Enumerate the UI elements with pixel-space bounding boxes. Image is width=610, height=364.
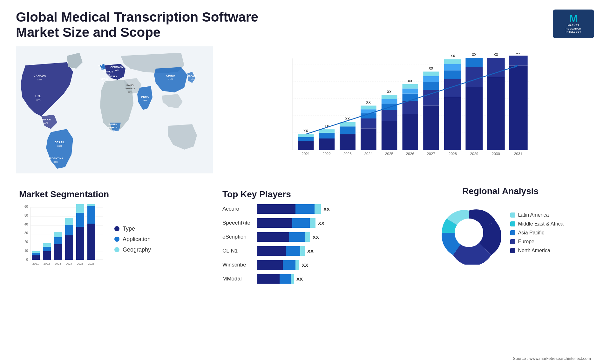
- svg-text:2023: 2023: [55, 262, 61, 265]
- svg-text:JAPAN: JAPAN: [187, 75, 196, 78]
- svg-rect-69: [403, 114, 418, 150]
- svg-rect-47: [319, 129, 335, 133]
- svg-rect-42: [298, 134, 314, 137]
- svg-rect-65: [382, 99, 397, 104]
- player-name-mmodal: MModal: [222, 276, 254, 282]
- svg-text:XX: XX: [516, 53, 521, 55]
- svg-rect-80: [423, 71, 439, 76]
- svg-rect-90: [465, 87, 483, 150]
- player-xx-clin1: XX: [307, 248, 314, 254]
- main-title: Global Medical Transcription Software Ma…: [16, 10, 302, 40]
- svg-text:0: 0: [26, 258, 28, 261]
- logo-text: MARKETRESEARCHINTELLECT: [566, 24, 581, 34]
- svg-text:XX: XX: [387, 90, 392, 94]
- svg-rect-132: [65, 235, 73, 260]
- svg-text:xx%: xx%: [189, 78, 193, 80]
- svg-rect-56: [361, 118, 376, 129]
- bar-chart-area: XX 2021 XX 2022 XX 2023: [219, 46, 594, 180]
- svg-text:INDIA: INDIA: [141, 95, 149, 98]
- svg-rect-41: [298, 137, 314, 142]
- logo-m: M: [569, 14, 578, 24]
- world-map-svg: CANADA xx% U.S. xx% MEXICO xx% BRAZIL xx…: [16, 46, 213, 173]
- svg-rect-122: [32, 251, 40, 253]
- legend-dot-geography: [114, 247, 119, 252]
- svg-text:xx%: xx%: [111, 130, 115, 132]
- svg-rect-136: [76, 227, 84, 260]
- svg-rect-133: [65, 225, 73, 235]
- svg-text:40: 40: [24, 223, 28, 226]
- segmentation-container: Market Segmentation 0 10 20 30 40 50 60: [16, 186, 213, 277]
- svg-text:2030: 2030: [492, 152, 500, 156]
- player-name-escription: eScription: [222, 234, 254, 240]
- regional-legend: Latin America Middle East & Africa Asia …: [510, 212, 563, 253]
- svg-text:XX: XX: [366, 100, 371, 104]
- donut-wrapper: Latin America Middle East & Africa Asia …: [437, 201, 563, 265]
- legend-geography-label: Geography: [123, 246, 151, 253]
- svg-rect-86: [444, 64, 461, 71]
- svg-rect-128: [54, 244, 62, 260]
- svg-rect-142: [87, 204, 95, 206]
- svg-text:2024: 2024: [66, 262, 72, 265]
- svg-rect-63: [382, 110, 397, 121]
- svg-rect-129: [54, 237, 62, 244]
- svg-text:60: 60: [24, 205, 28, 208]
- legend-type: Type: [114, 226, 151, 232]
- svg-text:xx%: xx%: [168, 78, 173, 81]
- svg-text:xx%: xx%: [115, 69, 119, 71]
- svg-text:30: 30: [24, 231, 28, 235]
- player-xx-mmodal: XX: [296, 276, 303, 282]
- regional-title: Regional Analysis: [462, 186, 539, 196]
- regional-label-europe: Europe: [518, 239, 534, 245]
- svg-text:2026: 2026: [88, 262, 94, 265]
- svg-text:xx%: xx%: [44, 122, 48, 124]
- svg-rect-58: [361, 109, 376, 113]
- source-text: Source : www.marketresearchintellect.com: [513, 356, 591, 361]
- svg-text:CANADA: CANADA: [34, 74, 46, 77]
- player-row-clin1: CLIN1 XX: [222, 246, 403, 256]
- svg-rect-40: [298, 141, 314, 150]
- svg-rect-124: [43, 251, 51, 260]
- svg-text:2021: 2021: [302, 152, 310, 156]
- svg-rect-55: [361, 129, 376, 150]
- svg-text:xx%: xx%: [98, 68, 103, 70]
- svg-text:2026: 2026: [406, 152, 414, 156]
- player-bar-speechrite: XX: [257, 218, 403, 228]
- svg-rect-96: [487, 58, 505, 77]
- svg-rect-121: [32, 253, 40, 255]
- svg-rect-72: [403, 89, 418, 94]
- svg-text:XX: XX: [303, 129, 308, 133]
- regional-label-mea: Middle East & Africa: [518, 221, 563, 227]
- svg-rect-46: [319, 133, 335, 138]
- seg-chart-svg: 0 10 20 30 40 50 60: [19, 204, 108, 274]
- svg-rect-45: [319, 138, 335, 150]
- legend-application: Application: [114, 236, 151, 243]
- svg-text:ITALY: ITALY: [110, 75, 117, 78]
- svg-rect-138: [76, 204, 84, 213]
- svg-text:2025: 2025: [77, 262, 83, 265]
- svg-text:2028: 2028: [449, 152, 457, 156]
- svg-rect-79: [423, 76, 439, 82]
- header: Global Medical Transcription Software Ma…: [16, 10, 594, 40]
- svg-rect-84: [444, 79, 461, 97]
- player-row-speechrite: SpeechRite XX: [222, 218, 403, 228]
- svg-rect-137: [76, 213, 84, 227]
- regional-legend-latin: Latin America: [510, 212, 563, 218]
- svg-text:FRANCE: FRANCE: [103, 70, 113, 73]
- svg-rect-87: [444, 59, 461, 64]
- svg-text:xx%: xx%: [106, 74, 110, 76]
- seg-chart-wrapper: 0 10 20 30 40 50 60: [19, 204, 210, 274]
- regional-label-latin: Latin America: [518, 212, 549, 218]
- svg-rect-134: [65, 218, 73, 225]
- page-container: Global Medical Transcription Software Ma…: [0, 0, 610, 364]
- player-xx-accuro: XX: [323, 206, 330, 212]
- regional-legend-europe: Europe: [510, 239, 563, 245]
- player-bar-accuro: XX: [257, 204, 403, 214]
- bottom-center: Top Key Players Accuro XX SpeechRite: [219, 186, 594, 353]
- svg-point-145: [455, 219, 483, 247]
- svg-text:xx%: xx%: [37, 78, 42, 81]
- regional-label-asia: Asia Pacific: [518, 230, 544, 236]
- svg-text:xx%: xx%: [36, 98, 40, 101]
- svg-rect-92: [465, 58, 483, 67]
- player-bar-escription: XX: [257, 232, 403, 242]
- svg-rect-76: [423, 106, 439, 150]
